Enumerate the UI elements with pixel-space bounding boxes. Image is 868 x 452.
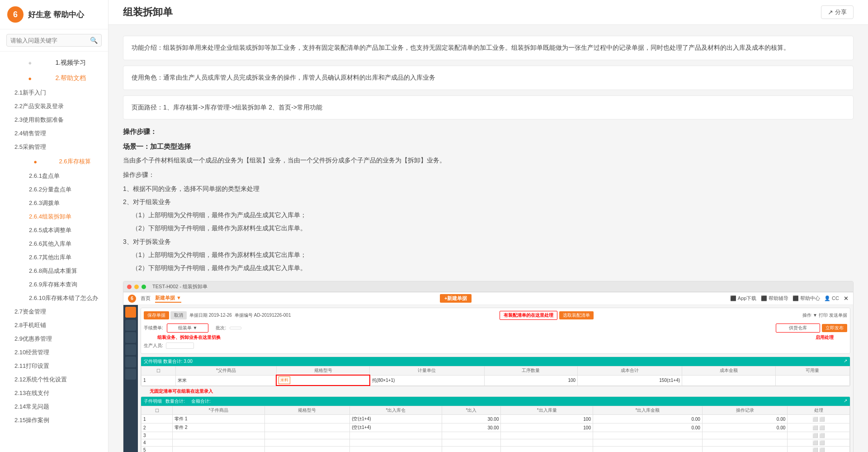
sidebar-item-video[interactable]: + 1.视频学习	[0, 55, 108, 71]
main-area: 组装拆卸单 ↗ 分享 功能介绍：组装拆卸单用来处理企业组装或拆卸等加工业务，支持…	[108, 0, 868, 452]
scene1-desc: 当由多个子件材料组装成一个成品的业务为【组装】业务，当由一个父件拆分成多个子产品…	[123, 155, 854, 166]
col-lc3: 规格型号	[264, 406, 349, 415]
step3-text: 3、对于拆装业务	[123, 236, 854, 247]
sidebar-item-inventory-8[interactable]: 2.6.8商品成本重算	[29, 264, 108, 278]
sidebar-item-inventory-1[interactable]: 2.6.1盘点单	[29, 169, 108, 183]
sidebar-item-inventory-4[interactable]: 2.6.4组装拆卸单	[29, 210, 108, 224]
mock-topright-btns: 操作 ▼ 打印 发送单据	[802, 312, 847, 319]
mock-btn-bom[interactable]: 选取装配清单	[559, 311, 594, 319]
sidebar-item-inventory-2[interactable]: 2.6.2分量盘点单	[29, 183, 108, 196]
mock-form-no: 单据编号 AD-20191226-001	[235, 312, 291, 319]
mock-btn-cancel[interactable]: 取消	[170, 311, 187, 319]
col-qty: 计量单位	[370, 366, 484, 376]
col-lc8: 操作记录	[702, 406, 787, 415]
logo-icon: 6	[7, 6, 24, 23]
breadcrumb-block: 页面路径：1、库存核算->库存管理->组装拆卸单 2、首页->常用功能	[123, 95, 854, 120]
col-lc1: ☐	[142, 406, 173, 415]
inventory-sub-list: 2.6.1盘点单 2.6.2分量盘点单 2.6.3调拨单 2.6.4组装拆卸单 …	[14, 169, 108, 305]
intro-text: 功能介绍：组装拆卸单用来处理企业组装或拆卸等加工业务，支持有固定装配清单的产品加…	[132, 44, 790, 51]
sidebar-item-inventory[interactable]: ● 2.6库存核算	[14, 154, 108, 169]
mock-staff-input[interactable]	[166, 343, 194, 349]
mock-sidebar-icon-2	[125, 332, 136, 343]
sidebar-item-payment[interactable]: 2.13在线支付	[14, 386, 108, 400]
col-lc6: *出入库量	[501, 406, 593, 415]
mock-btn-new: +新建单据	[440, 294, 472, 303]
sidebar-item-install[interactable]: 2.2产品安装及登录	[14, 100, 108, 113]
sidebar-item-inventory-3[interactable]: 2.6.3调拨单	[29, 196, 108, 210]
logo-text: 好生意 帮助中心	[28, 10, 84, 20]
share-icon: ↗	[828, 9, 833, 16]
mock-lower-table: 子件明细 数量合计: 金额合计: ↗ ☐ *子件商品 规格型号	[141, 396, 850, 452]
sidebar-item-coupon[interactable]: 2.9优惠券管理	[14, 332, 108, 346]
sidebar-item-print[interactable]: 2.11打印设置	[14, 359, 108, 373]
sidebar-item-inventory-5[interactable]: 2.6.5成本调整单	[29, 224, 108, 237]
sidebar-item-inventory-6[interactable]: 2.6.6其他入库单	[29, 237, 108, 251]
mock-batch-input[interactable]	[230, 327, 241, 329]
role-block: 使用角色：通常由生产人员或库管人员完成拆装业务的操作，库管人员确认原材料的出库和…	[123, 66, 854, 90]
mock-warehouse-input[interactable]: 供货仓库	[776, 324, 820, 333]
sidebar-item-sales[interactable]: 2.4销售管理	[14, 127, 108, 140]
step2b-text: （2）下部明细为子件明细，最终作为原材料生成其它出库单。	[123, 223, 854, 234]
mock-lower-row2: 2 零件 2 (空(±1+4) 30.00 100 0.00 0.00 ⬜ ⬜	[142, 423, 850, 432]
mock-close-icon[interactable]: ✕	[844, 295, 849, 302]
annotation-type-switch: 组装业务、拆卸业务在这里切换	[157, 334, 221, 341]
steps-title: 操作步骤：	[123, 128, 854, 136]
sidebar-item-inventory-9[interactable]: 2.6.9库存账本查询	[29, 278, 108, 291]
sidebar-item-inventory-7[interactable]: 2.6.7其他出库单	[29, 251, 108, 264]
sidebar-item-purchase[interactable]: 2.5采购管理	[14, 140, 108, 154]
search-area: 🔍	[0, 29, 108, 52]
search-icon[interactable]: 🔍	[90, 37, 98, 44]
sidebar-item-newcomer[interactable]: 2.1新手入门	[14, 86, 108, 100]
mock-btn-save[interactable]: 保存单据	[144, 311, 169, 319]
search-box: 🔍	[6, 34, 102, 47]
mock-lower-table-data: ☐ *子件商品 规格型号 *出入库仓 *出入 *出入库量 *出入库金额 操作记录	[141, 406, 850, 452]
steps-subtitle: 操作步骤：	[123, 169, 854, 181]
sidebar-item-cases[interactable]: 2.15操作案例	[14, 414, 108, 427]
sidebar-item-finance[interactable]: 2.7资金管理	[14, 305, 108, 319]
mock-btn-confirm[interactable]: 立即发布	[822, 324, 847, 332]
col-goods: *父件商品	[175, 366, 276, 376]
sidebar-item-system[interactable]: 2.12系统个性化设置	[14, 373, 108, 386]
mock-nav-active: 新建单据 ▼	[155, 295, 181, 303]
nav-list: + 1.视频学习 ● 2.帮助文档 2.1新手入门 2.2产品安装及登录 2.3…	[0, 52, 108, 452]
mock-lower-row4: 4 ⬜ ⬜	[142, 439, 850, 447]
search-input[interactable]	[10, 37, 90, 44]
mock-form-date: 单据日期 2019-12-26	[189, 312, 232, 319]
sidebar-item-prepare[interactable]: 2.3使用前数据准备	[14, 113, 108, 127]
mock-nav-right: ⬛ App下载 ⬛ 帮助辅导 ⬛ 帮助中心 👤 CC	[730, 295, 839, 302]
share-button[interactable]: ↗ 分享	[821, 5, 854, 19]
annotation-enable: 启用处理	[816, 334, 834, 341]
docs-sub-list: 2.1新手入门 2.2产品安装及登录 2.3使用前数据准备 2.4销售管理 2.…	[0, 86, 108, 427]
col-lc7: *出入库金额	[593, 406, 702, 415]
top-bar: 组装拆卸单 ↗ 分享	[108, 0, 868, 25]
mock-type-select[interactable]: 组装单 ▼	[167, 324, 209, 333]
mock-sidebar-icon-4	[125, 357, 136, 367]
logo-area: 6 好生意 帮助中心	[0, 0, 108, 29]
step2-text: 2、对于组装业务	[123, 196, 854, 208]
content-area: 功能介绍：组装拆卸单用来处理企业组装或拆卸等加工业务，支持有固定装配清单的产品加…	[108, 25, 868, 452]
sidebar-item-mobile[interactable]: 2.8手机旺铺	[14, 319, 108, 332]
col-num: 工序数量	[484, 366, 578, 376]
mock-upper-table: 父件明细 数量合计: 3.00 ↗ ☐ *父件商品 规格型号 计量单位	[141, 357, 850, 386]
sidebar-item-docs[interactable]: ● 2.帮助文档	[0, 71, 108, 86]
mock-form-row2: 生产人员:	[144, 343, 847, 349]
col-cost2: 成本金额	[682, 366, 776, 376]
col-lc9: 处理	[788, 406, 850, 415]
col-cost: 成本合计	[578, 366, 682, 376]
plus-icon: +	[7, 59, 53, 67]
mock-lower-row5: 5 ⬜ ⬜	[142, 447, 850, 452]
mock-nav-home: 首页	[141, 295, 151, 302]
col-lc5: *出入	[442, 406, 501, 415]
sidebar-item-operation[interactable]: 2.10经营管理	[14, 346, 108, 359]
sidebar-item-inventory-10[interactable]: 2.6.10库存账本错了怎么办	[29, 291, 108, 305]
mock-upper-table-data: ☐ *父件商品 规格型号 计量单位 工序数量 成本合计 成本金额 可用量	[141, 366, 850, 386]
col-checkbox: ☐	[142, 366, 176, 376]
breadcrumb-text: 页面路径：1、库存核算->库存管理->组装拆卸单 2、首页->常用功能	[132, 104, 322, 111]
mock-logo: 6	[128, 295, 136, 303]
col-lc2: *子件商品	[173, 406, 264, 415]
minus-icon-inventory: ●	[14, 158, 57, 165]
step3a-text: （1）上部明细为父件明细，最终作为原材料生成其它出库单；	[123, 249, 854, 261]
intro-block: 功能介绍：组装拆卸单用来处理企业组装或拆卸等加工业务，支持有固定装配清单的产品加…	[123, 36, 854, 60]
sidebar-item-faq[interactable]: 2.14常见问题	[14, 400, 108, 414]
mock-upper-row1: 1 米米 米料 托(80×1+1) 100 150(±1+4)	[142, 375, 850, 385]
